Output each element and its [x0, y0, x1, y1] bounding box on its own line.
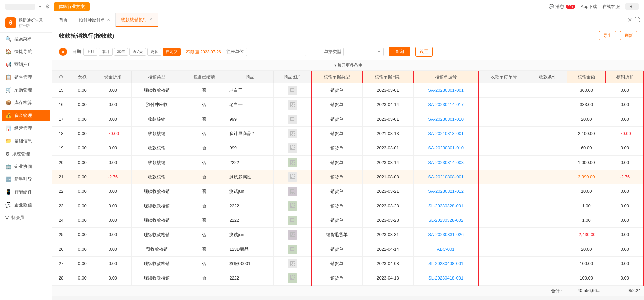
close-tab-icon[interactable]: ✕ [628, 17, 632, 23]
cell-bill-number[interactable]: ABC-001 [414, 242, 479, 256]
cell-product-img[interactable]: 🖼 [274, 97, 311, 112]
cell-bill-number[interactable]: SL-20230418-001 [414, 271, 479, 285]
tab-writeoff[interactable]: 收款核销执行 ✕ [116, 13, 158, 27]
cell-bill-number[interactable]: SA-20230331-026 [414, 227, 479, 242]
bill-number-link[interactable]: SA-20230301-010 [428, 117, 464, 122]
tab-writeoff-close[interactable]: ✕ [149, 17, 152, 22]
cell-product-img[interactable]: 🖼 [274, 199, 311, 213]
product-image[interactable]: 🖼 [288, 158, 297, 167]
product-image[interactable]: 🖼 [288, 230, 297, 240]
sidebar-item-guide[interactable]: 🆕 新手引导 [0, 173, 52, 186]
sidebar-item-search[interactable]: 🔍 搜索菜单 [0, 33, 52, 45]
source-input[interactable] [246, 48, 306, 56]
bill-number-link[interactable]: SA-20210808-001 [428, 174, 464, 179]
column-settings-icon[interactable]: ⚙ [59, 74, 63, 80]
tab-prepay-close[interactable]: ✕ [107, 18, 110, 22]
date-btn-more[interactable]: 更多 [147, 48, 161, 56]
app-download[interactable]: App下载 [581, 4, 597, 10]
cell-product-img[interactable]: 🖼 [274, 126, 311, 141]
cell-product-img[interactable]: 🖼 [274, 271, 311, 285]
cell-bill-number[interactable]: SA-20210813-001 [414, 126, 479, 141]
product-image-placeholder[interactable]: 🖼 [288, 100, 297, 110]
product-image[interactable]: 🖼 [288, 201, 297, 211]
date-btn-last-month[interactable]: 上月 [83, 48, 97, 56]
cell-bill-number[interactable]: SA-20230301-010 [414, 112, 479, 126]
date-btn-7days[interactable]: 近7天 [129, 48, 146, 56]
sidebar-item-smarthw[interactable]: 📱 智能硬件 [0, 186, 52, 199]
expand-more-bar[interactable]: ▾ 展开更多条件 [52, 60, 644, 71]
date-btn-custom[interactable]: 自定义 [163, 48, 181, 56]
product-image-placeholder[interactable]: 🖼 [288, 129, 297, 138]
refresh-button[interactable]: 刷新 [620, 31, 637, 40]
product-image-placeholder[interactable]: 🖼 [288, 143, 297, 153]
bill-number-link[interactable]: SL-20230328-002 [428, 218, 463, 223]
cell-product-img[interactable]: 🖼 [274, 227, 311, 242]
sidebar-item-system[interactable]: ⚙ 系统管理 [0, 147, 52, 160]
bill-number-link[interactable]: SL-20230418-001 [428, 275, 463, 281]
cell-bill-number[interactable]: SL-20230408-001 [414, 256, 479, 271]
product-image[interactable]: 🖼 [288, 245, 297, 254]
bill-number-link[interactable]: SA-20230321-012 [428, 189, 464, 194]
message-area[interactable]: 💬 消息 99+ [549, 4, 575, 10]
sidebar-item-operations[interactable]: 📊 经营管理 [0, 122, 52, 135]
product-image-placeholder[interactable]: 🖼 [288, 259, 297, 268]
cell-product-img[interactable]: 🖼 [274, 112, 311, 126]
bill-number-link[interactable]: SL-20230328-001 [428, 203, 463, 208]
cell-bill-number[interactable]: SA-20230314-008 [414, 155, 479, 170]
cell-product-img[interactable]: 🖼 [274, 141, 311, 155]
cell-bill-number[interactable]: SA-20230301-010 [414, 141, 479, 155]
sidebar-item-inventory[interactable]: 📦 库存核算 [0, 96, 52, 109]
settings-button[interactable]: 设置 [415, 47, 433, 57]
tab-prepay[interactable]: 预付冲应付单 ✕ [73, 13, 116, 27]
sidebar-item-marketing[interactable]: 📢 营销推广 [0, 58, 52, 71]
date-btn-this-year[interactable]: 本年 [114, 48, 128, 56]
cell-product-img[interactable]: 🖼 [274, 184, 311, 199]
bill-number-link[interactable]: SA-20230414-017 [428, 102, 464, 107]
sidebar-item-finance[interactable]: 💰 资金管理 [2, 110, 50, 121]
cell-product-img[interactable]: 🖼 [274, 155, 311, 170]
bill-number-link[interactable]: SL-20230408-001 [428, 261, 463, 266]
sidebar-item-purchase[interactable]: 🛒 采购管理 [0, 84, 52, 96]
date-btn-this-month[interactable]: 本月 [99, 48, 113, 56]
product-image[interactable]: 🖼 [288, 273, 297, 283]
bill-number-link[interactable]: SA-20230301-001 [428, 88, 464, 93]
filter-toggle-button[interactable]: » [59, 48, 67, 56]
cell-product-img[interactable]: 🖼 [274, 170, 311, 184]
sidebar-item-member[interactable]: V 畅会员 [0, 211, 52, 224]
cell-bill-number[interactable]: SL-20230328-001 [414, 199, 479, 213]
cell-product-img[interactable]: 🖼 [274, 83, 311, 97]
online-service[interactable]: 在线客服 [602, 4, 620, 10]
cell-bill-number[interactable]: SL-20230328-002 [414, 213, 479, 227]
tab-home[interactable]: 首页 [54, 13, 73, 27]
cell-product-img[interactable]: 🖼 [274, 242, 311, 256]
cell-bill-number[interactable]: SA-20230414-017 [414, 97, 479, 112]
sidebar-item-quicknav[interactable]: 🏠 快捷导航 [0, 45, 52, 58]
maximize-icon[interactable]: ⛶ [635, 17, 640, 23]
sidebar-item-enterprise[interactable]: 🏢 企业协同 [0, 160, 52, 173]
bill-type-select[interactable] [343, 48, 384, 56]
sidebar-item-basicinfo[interactable]: 📁 基础信息 [0, 135, 52, 147]
settings-icon[interactable]: ⚙ [45, 3, 50, 10]
product-image[interactable]: 🖼 [288, 216, 297, 225]
bill-number-link[interactable]: SA-20230314-008 [428, 160, 464, 165]
sidebar-item-wechat[interactable]: 💬 企业微信 [0, 199, 52, 211]
cell-product-img[interactable]: 🖼 [274, 256, 311, 271]
export-button[interactable]: 导出 [599, 31, 616, 40]
solution-button[interactable]: 体验行业方案 [54, 2, 90, 11]
th-settings[interactable]: ⚙ [52, 71, 70, 83]
bill-number-link[interactable]: ABC-001 [437, 247, 455, 252]
product-image-placeholder[interactable]: 🖼 [288, 172, 297, 182]
query-button[interactable]: 查询 [389, 47, 410, 56]
bill-number-link[interactable]: SA-20230331-026 [428, 232, 464, 237]
dropdown-icon[interactable]: ▾ [39, 4, 41, 9]
cell-bill-number[interactable]: SA-20210808-001 [414, 170, 479, 184]
cell-product-img[interactable]: 🖼 [274, 213, 311, 227]
cell-bill-number[interactable]: SA-20230321-012 [414, 184, 479, 199]
product-image[interactable]: 🖼 [288, 187, 297, 196]
product-image-placeholder[interactable]: 🖼 [288, 115, 297, 124]
bill-number-link[interactable]: SA-20210813-001 [428, 131, 464, 136]
product-image-placeholder[interactable]: 🖼 [288, 86, 297, 95]
cell-bill-number[interactable]: SA-20230301-001 [414, 83, 479, 97]
sidebar-item-sales[interactable]: 📋 销售管理 [0, 71, 52, 84]
bill-number-link[interactable]: SA-20230301-010 [428, 145, 464, 151]
